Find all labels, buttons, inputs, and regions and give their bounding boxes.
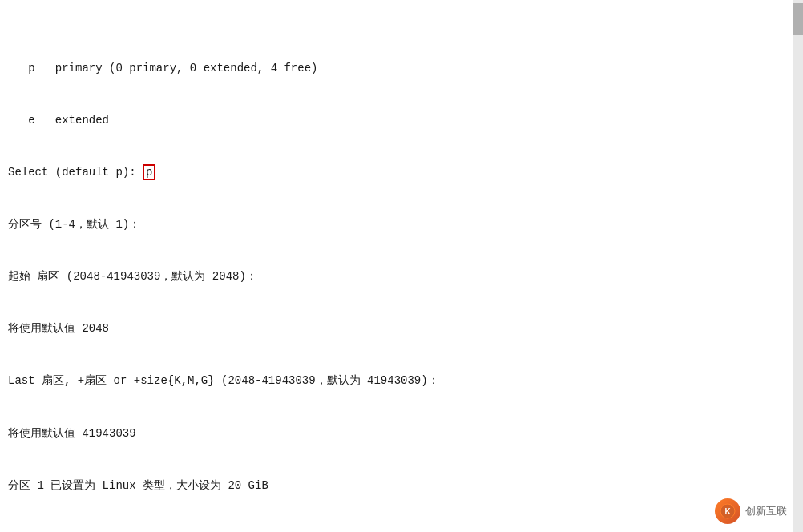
line-empty1 — [8, 530, 790, 532]
scrollbar[interactable] — [793, 0, 803, 532]
line-primary: p primary (0 primary, 0 extended, 4 free… — [8, 60, 790, 78]
line-partition-set: 分区 1 已设置为 Linux 类型，大小设为 20 GiB — [8, 478, 790, 495]
terminal-content: p primary (0 primary, 0 extended, 4 free… — [8, 8, 790, 532]
watermark-icon: K — [715, 498, 740, 524]
terminal-container: p primary (0 primary, 0 extended, 4 free… — [0, 0, 803, 532]
watermark-label: 创新互联 — [745, 504, 787, 518]
brand-icon: K — [720, 503, 736, 519]
line-default-2048: 将使用默认值 2048 — [8, 320, 790, 338]
svg-text:K: K — [724, 507, 731, 516]
line-select-default: Select (default p): p — [8, 164, 790, 182]
input-highlight-p: p — [143, 164, 155, 180]
line-default-41943039: 将使用默认值 41943039 — [8, 425, 790, 443]
line-partition-number: 分区号 (1-4，默认 1)： — [8, 216, 790, 234]
line-start-sector: 起始 扇区 (2048-41943039，默认为 2048)： — [8, 268, 790, 286]
line-last-sector: Last 扇区, +扇区 or +size{K,M,G} (2048-41943… — [8, 373, 790, 390]
line-extended: e extended — [8, 112, 790, 130]
scrollbar-thumb[interactable] — [793, 3, 803, 35]
watermark: K 创新互联 — [715, 498, 787, 524]
